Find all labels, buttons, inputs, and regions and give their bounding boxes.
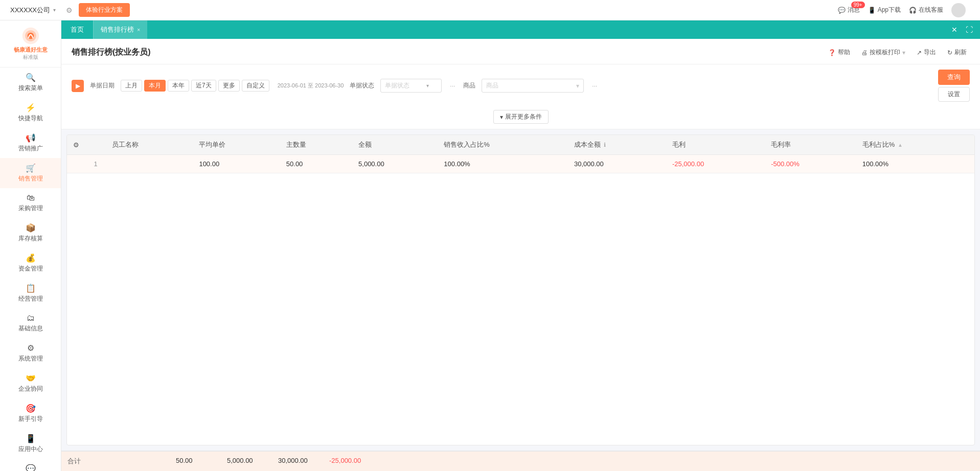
sidebar-item-guide[interactable]: 🎯 新手引导 [0, 398, 61, 429]
app-download-label: App下载 [878, 6, 901, 14]
print-btn[interactable]: 🖨 按模板打印 ▾ [858, 46, 908, 59]
th-qty: 主数量 [280, 135, 352, 155]
sidebar-item-purchase[interactable]: 🛍 采购管理 [0, 188, 61, 218]
filter-actions: 查询 设置 [938, 70, 970, 102]
date-btn-more[interactable]: 更多 [218, 80, 240, 92]
more-fields-btn[interactable]: ··· [448, 82, 457, 89]
td-cost: 30,000.00 [568, 155, 666, 173]
sidebar-label: 营销推广 [18, 144, 43, 153]
tab-sales-ranking[interactable]: 销售排行榜 × [93, 20, 147, 39]
company-selector[interactable]: XXXXXX公司 ▾ [6, 4, 60, 17]
tab-home-label: 首页 [71, 25, 84, 34]
sidebar-label: 销售管理 [18, 174, 43, 183]
refresh-btn[interactable]: ↻ 刷新 [944, 46, 970, 59]
sidebar-label: 库存核算 [18, 234, 43, 243]
td-row-settings [67, 155, 85, 173]
cart-icon: 🛒 [26, 163, 36, 173]
th-sales-pct: 销售收入占比% [438, 135, 568, 155]
date-label: 单据日期 [90, 81, 115, 90]
status-select[interactable]: 单据状态 ▾ [380, 79, 442, 93]
table-container: ⚙ 员工名称 平均单价 主数量 全额 销售收入占比% 成本全额 ℹ [66, 134, 975, 445]
footer-qty: 50.00 [170, 457, 221, 466]
sidebar: 畅康通好生意 标准版 🔍 搜索菜单 ⚡ 快捷导航 📢 营销推广 🛒 销售管理 🛍… [0, 20, 61, 471]
footer-gross: -25,000.00 [323, 457, 374, 466]
sidebar-item-search[interactable]: 🔍 搜索菜单 [0, 68, 61, 98]
gross-pct-sort-icon[interactable]: ▲ [898, 142, 903, 148]
goods-label: 商品 [463, 81, 475, 90]
target-icon: 🎯 [26, 403, 36, 413]
sidebar-item-appstore[interactable]: 📱 应用中心 [0, 429, 61, 459]
page-header: 销售排行榜(按业务员) ❓ 帮助 🖨 按模板打印 ▾ ↗ 导出 [61, 39, 980, 64]
goods-more-btn[interactable]: ··· [590, 82, 599, 89]
printer-icon: 🖨 [861, 49, 868, 56]
print-chevron-icon: ▾ [902, 49, 905, 56]
top-bar-right: 💬 消息 99+ 📱 App下载 🎧 在线客服 [838, 3, 974, 17]
expand-btn[interactable]: ▾ 展开更多条件 [493, 110, 549, 124]
logo-text: 畅康通好生意 [14, 46, 48, 54]
table-row[interactable]: 1 100.00 50.00 5,000.00 100.00% 30,000.0… [67, 155, 974, 173]
sidebar-item-collab[interactable]: 🤝 企业协同 [0, 368, 61, 398]
tab-close-window-btn[interactable]: ✕ [949, 24, 960, 36]
message-icon: 💬 [838, 7, 846, 14]
th-avg-price: 平均单价 [193, 135, 280, 155]
date-btn-thisyear[interactable]: 本年 [168, 80, 189, 92]
th-gross-pct: 毛利占比% ▲ [856, 135, 974, 155]
app-download-item[interactable]: 📱 App下载 [868, 6, 901, 14]
sidebar-item-finance[interactable]: 💰 资金管理 [0, 248, 61, 278]
th-amount: 全额 [352, 135, 438, 155]
phone-app-icon: 📱 [26, 434, 36, 443]
trial-btn[interactable]: 体验行业方案 [79, 3, 130, 17]
cost-info-icon[interactable]: ℹ [604, 142, 606, 148]
td-amount: 5,000.00 [352, 155, 438, 173]
clipboard-icon: 📋 [26, 283, 36, 293]
message-item[interactable]: 💬 消息 99+ [838, 6, 860, 14]
sidebar-label: 快捷导航 [18, 114, 43, 123]
date-btn-custom[interactable]: 自定义 [242, 80, 269, 92]
goods-select[interactable]: 商品 ▾ [482, 79, 584, 93]
filter-toggle-btn[interactable]: ▶ [72, 80, 84, 92]
sidebar-logo: 畅康通好生意 标准版 [0, 20, 61, 68]
td-gross-rate: -500.00% [765, 155, 856, 173]
gear-menu-icon: ⚙ [27, 343, 34, 353]
tab-bar-actions: ✕ ⛶ [944, 20, 980, 39]
sidebar-item-wechat[interactable]: 💬 企业微信 [0, 459, 61, 471]
th-settings[interactable]: ⚙ [67, 135, 85, 155]
sidebar-item-quick[interactable]: ⚡ 快捷导航 [0, 98, 61, 128]
td-name [106, 155, 193, 173]
goods-placeholder: 商品 [486, 81, 498, 90]
setting-btn[interactable]: 设置 [938, 87, 970, 102]
handshake-icon: 🤝 [26, 373, 36, 383]
headset-icon: 🎧 [909, 7, 917, 14]
th-cost: 成本全额 ℹ [568, 135, 666, 155]
goods-select-chevron: ▾ [576, 82, 579, 89]
tab-maximize-btn[interactable]: ⛶ [964, 24, 975, 36]
td-gross: -25,000.00 [666, 155, 765, 173]
date-range-display: 2023-06-01 至 2023-06-30 [278, 82, 344, 89]
date-btn-lastmonth[interactable]: 上月 [121, 80, 142, 92]
logo-sub: 标准版 [23, 54, 38, 61]
help-btn[interactable]: ❓ 帮助 [825, 46, 853, 59]
avatar[interactable] [951, 3, 966, 17]
sidebar-item-marketing[interactable]: 📢 营销推广 [0, 128, 61, 158]
sidebar-item-inventory[interactable]: 📦 库存核算 [0, 218, 61, 248]
date-btn-7days[interactable]: 近7天 [191, 80, 216, 92]
filter-row-main: ▶ 单据日期 上月 本月 本年 近7天 更多 自定义 2023-06-01 至 … [72, 70, 970, 102]
sidebar-item-system[interactable]: ⚙ 系统管理 [0, 338, 61, 368]
td-avg-price: 100.00 [193, 155, 280, 173]
company-name: XXXXXX公司 [10, 6, 50, 15]
sidebar-item-sales[interactable]: 🛒 销售管理 [0, 158, 61, 188]
sidebar-item-basic[interactable]: 🗂 基础信息 [0, 308, 61, 338]
tab-close-icon[interactable]: × [137, 27, 140, 33]
settings-icon[interactable]: ⚙ [66, 6, 73, 14]
status-select-value: 单据状态 [385, 81, 409, 90]
sidebar-item-business[interactable]: 📋 经营管理 [0, 278, 61, 308]
expand-icon: ▾ [500, 114, 503, 121]
query-btn[interactable]: 查询 [938, 70, 970, 85]
tab-home[interactable]: 首页 [61, 20, 93, 39]
sidebar-label: 基础信息 [18, 324, 43, 333]
export-btn[interactable]: ↗ 导出 [914, 46, 939, 59]
online-support-item[interactable]: 🎧 在线客服 [909, 6, 943, 14]
date-btn-thismonth[interactable]: 本月 [144, 80, 166, 92]
page-title: 销售排行榜(按业务员) [72, 47, 151, 58]
sidebar-label: 系统管理 [18, 354, 43, 363]
